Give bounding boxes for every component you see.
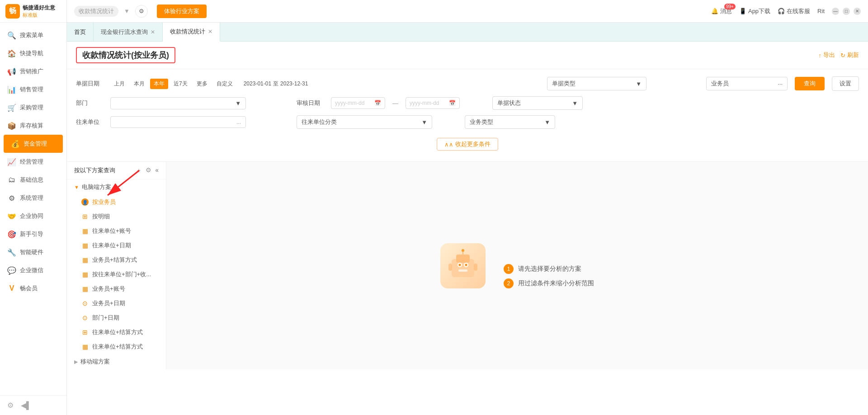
add-scheme-icon[interactable]: ＋ [136,166,142,174]
sidebar-item-member[interactable]: V 畅会员 [0,279,66,297]
dept-select[interactable]: ▼ [110,97,246,109]
topbar-msg-btn[interactable]: 🔔 消息 99+ [711,7,732,15]
empty-illustration: 1 请先选择要分析的方案 2 用过滤条件来缩小分析范围 [440,243,594,288]
sidebar-settings-icon[interactable]: ⚙ [7,401,14,410]
grid-icon2: ⊞ [81,329,89,336]
query-btn[interactable]: 查询 [795,77,825,90]
sidebar-item-enterprise[interactable]: 🤝 企业协同 [0,207,66,225]
page-content: 收款情况统计(按业务员) ↑ 导出 ↻ 刷新 单据日期 上月 本月 [67,42,868,415]
date-tab-this-year[interactable]: 本年 [150,79,168,89]
sidebar-item-quick-nav[interactable]: 🏠 快捷导航 [0,44,66,62]
sidebar-item-guide[interactable]: 🎯 新手引导 [0,225,66,243]
partner-category-select[interactable]: 往来单位分类 ▼ [297,115,432,129]
svg-point-7 [465,264,467,266]
date-tab-this-month[interactable]: 本月 [130,79,148,89]
logo-icon: 畅 [5,4,20,19]
scheme-item-dept-date[interactable]: ⊙ 部门+日期 [67,311,166,325]
tab-collection-stats-close[interactable]: ✕ [208,28,212,35]
topbar-app-btn[interactable]: 📱 App下载 [739,7,770,15]
svg-rect-9 [448,264,452,271]
review-date-to[interactable]: yyyy-mm-dd 📅 [406,97,460,109]
sidebar-item-purchase[interactable]: 🛒 采购管理 [0,99,66,117]
salesperson-select[interactable]: 业务员 ··· [706,77,788,90]
svg-rect-8 [458,269,467,272]
sidebar-item-search-menu[interactable]: 🔍 搜索菜单 [0,26,66,44]
scheme-desktop-header[interactable]: ▼ 电脑端方案 [67,179,166,195]
tab-bank-flow-close[interactable]: ✕ [151,29,155,35]
review-date-from[interactable]: yyyy-mm-dd 📅 [331,97,385,109]
scheme-item-partner-dept[interactable]: ▦ 按往来单位+部门+收... [67,267,166,282]
window-maximize-btn[interactable]: □ [843,8,850,15]
sidebar-item-operation[interactable]: 📈 经营管理 [0,153,66,171]
tab-collection-stats-label: 收款情况统计 [170,28,205,36]
sidebar-item-smart-hw[interactable]: 🔧 智能硬件 [0,243,66,261]
partner-more-icon[interactable]: ... [236,119,241,125]
collapse-icon: ∧∧ [444,141,453,148]
step-1-label: 请先选择要分析的方案 [518,265,581,273]
tab-home[interactable]: 首页 [67,23,94,42]
collapse-btn[interactable]: ∧∧ 收起更多条件 [437,138,498,151]
window-close-btn[interactable]: ✕ [854,8,861,15]
scheme-item-by-detail[interactable]: ⊞ 按明细 [67,209,166,224]
partner-select[interactable]: ... [110,116,246,128]
sidebar-item-sys-mgmt[interactable]: ⚙ 系统管理 [0,189,66,207]
tab-home-label: 首页 [74,28,86,36]
sidebar-item-marketing[interactable]: 📢 营销推广 [0,62,66,80]
scheme-item-salesperson-account[interactable]: ▦ 业务员+账号 [67,282,166,296]
biz-type-select[interactable]: 业务类型 ▼ [465,115,555,129]
settings-scheme-icon[interactable]: ⚙ [146,166,151,174]
chevron-down-icon: ▼ [544,119,550,126]
sidebar-item-base-info[interactable]: 🗂 基础信息 [0,171,66,189]
date-tab-more[interactable]: 更多 [193,79,211,89]
scheme-mobile-header[interactable]: ▶ 移动端方案 [67,354,166,369]
sidebar-item-inventory[interactable]: 📦 库存核算 [0,117,66,135]
sidebar-label-smart-hw: 智能硬件 [20,248,43,256]
date-tab-last-month[interactable]: 上月 [110,79,128,89]
table-icon4: ▦ [81,285,89,292]
settings-btn[interactable]: 设置 [832,76,859,91]
export-btn[interactable]: ↑ 导出 [819,51,835,59]
window-controls: — □ ✕ [832,8,861,15]
chevron-down-icon: ▼ [421,119,427,126]
partner-label: 往来单位 [76,118,103,126]
table-icon: ▦ [81,227,89,235]
topbar-settings-btn[interactable]: ⚙ [135,5,148,18]
filter-panel: 单据日期 上月 本月 本年 近7天 更多 自定义 2023-01-01 至 20… [67,69,868,162]
export-icon: ↑ [819,52,822,59]
mobile-group-label: 移动端方案 [80,358,110,366]
tab-bank-flow[interactable]: 现金银行流水查询 ✕ [94,23,163,42]
voucher-type-select[interactable]: 单据类型 ▼ [547,77,646,90]
sidebar-item-wechat[interactable]: 💬 企业微信 [0,261,66,279]
sidebar-item-fund[interactable]: 💰 资金管理 [4,135,63,153]
scheme-label-dept-date: 部门+日期 [92,314,119,322]
breadcrumb-arrow: ▼ [124,8,130,14]
refresh-btn[interactable]: ↻ 刷新 [840,51,859,59]
calendar-icon: 📅 [374,100,381,106]
topbar-service-btn[interactable]: 🎧 在线客服 [778,7,810,15]
operation-icon: 📈 [7,157,16,166]
sales-icon: 📊 [7,85,16,94]
trial-btn[interactable]: 体验行业方案 [157,5,207,18]
sidebar: 畅 畅捷通好生意 标准版 🔍 搜索菜单 🏠 快捷导航 📢 营销推广 📊 销售管理… [0,0,67,415]
scheme-item-partner-settle[interactable]: ⊞ 往来单位+结算方式 [67,325,166,340]
scheme-item-salesperson-date[interactable]: ⊙ 业务员+日期 [67,296,166,311]
date-tab-custom[interactable]: 自定义 [213,79,236,89]
table-icon5: ▦ [81,343,89,350]
scheme-item-by-salesperson[interactable]: 👤 按业务员 [67,195,166,209]
chart-icon: ▦ [81,256,89,264]
table-icon2: ▦ [81,242,89,249]
scheme-item-partner-date[interactable]: ▦ 往来单位+日期 [67,238,166,253]
chevron-down-icon: ▼ [572,100,578,107]
scheme-item-salesperson-settle[interactable]: ▦ 业务员+结算方式 [67,253,166,267]
window-minimize-btn[interactable]: — [832,8,839,15]
tab-collection-stats[interactable]: 收款情况统计 ✕ [163,23,220,42]
date-tab-7days[interactable]: 近7天 [170,79,191,89]
scheme-item-partner-settle2[interactable]: ▦ 往来单位+结算方式 [67,340,166,354]
sidebar-collapse-icon[interactable]: ◀▌ [21,401,31,410]
scheme-panel: 按以下方案查询 ＋ ⚙ « [67,162,166,369]
scheme-item-partner-account[interactable]: ▦ 往来单位+账号 [67,224,166,238]
voucher-status-select[interactable]: 单据状态 ▼ [492,96,583,110]
enterprise-icon: 🤝 [7,212,16,221]
collapse-scheme-icon[interactable]: « [155,166,159,174]
sidebar-item-sales[interactable]: 📊 销售管理 [0,80,66,99]
